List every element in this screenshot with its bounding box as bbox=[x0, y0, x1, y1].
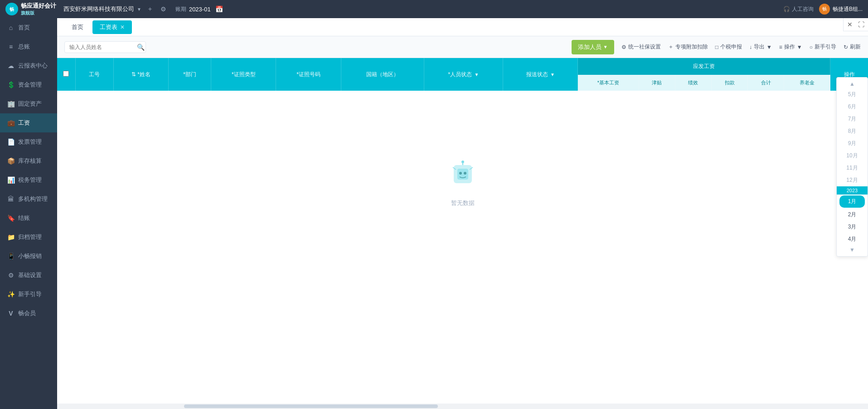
sidebar-item-home[interactable]: ⌂ 首页 bbox=[0, 18, 57, 37]
date-item-6[interactable]: 6月 bbox=[837, 101, 868, 113]
th-checkbox[interactable] bbox=[57, 58, 75, 91]
date-item-7[interactable]: 7月 bbox=[837, 113, 868, 125]
table-header-top: 工号 ⇅ *姓名 *部门 *证照类型 *证照号码 国籍（地区） *人员状态 ▼ … bbox=[57, 58, 868, 75]
social-insurance-btn[interactable]: ⚙ 统一社保设置 bbox=[621, 43, 661, 51]
th-base-salary: *基本工资 bbox=[578, 75, 639, 91]
add-person-btn[interactable]: 添加人员 ▼ bbox=[572, 40, 614, 54]
svg-point-5 bbox=[464, 172, 466, 175]
date-down-btn[interactable]: ▼ bbox=[837, 245, 868, 254]
assets-icon: 🏢 bbox=[7, 100, 15, 107]
company-name: 西安虾米网络科技有限公司 bbox=[63, 5, 134, 13]
sidebar-label-member: 畅会员 bbox=[18, 309, 36, 317]
sidebar-item-assets[interactable]: 🏢 固定资产 bbox=[0, 94, 57, 113]
tab-home-label: 首页 bbox=[72, 24, 83, 30]
panel-controls: ✕ ⛶ bbox=[843, 18, 868, 31]
guide-btn[interactable]: ○ 新手引导 bbox=[810, 43, 836, 51]
sidebar-label-expense: 小畅报销 bbox=[18, 252, 42, 260]
home-icon: ⌂ bbox=[7, 24, 15, 31]
top-bar: 畅 畅应通好会计 旗舰版 西安虾米网络科技有限公司 ▼ ＋ ⚙ 账期 2023-… bbox=[0, 0, 868, 18]
tab-salary[interactable]: 工资表 ✕ bbox=[92, 20, 132, 34]
sidebar-item-multi-org[interactable]: 🏛 多机构管理 bbox=[0, 190, 57, 209]
sidebar-item-archive[interactable]: 📁 归档管理 bbox=[0, 228, 57, 247]
main-area: ⌂ 首页 ≡ 总账 ☁ 云报表中心 💲 资金管理 🏢 固定资产 💼 工资 bbox=[0, 18, 868, 409]
guide-toolbar-label: 新手引导 bbox=[815, 43, 836, 51]
ledger-icon: ≡ bbox=[7, 43, 15, 50]
service-btn[interactable]: 🎧 人工咨询 bbox=[783, 5, 814, 13]
search-icon[interactable]: 🔍 bbox=[137, 44, 145, 51]
export-icon: ↓ bbox=[749, 44, 752, 50]
date-item-12[interactable]: 12月 bbox=[837, 174, 868, 186]
close-account-icon: 🔖 bbox=[7, 214, 15, 222]
sidebar-label-salary: 工资 bbox=[18, 119, 30, 127]
search-input[interactable] bbox=[64, 41, 146, 53]
social-insurance-icon: ⚙ bbox=[621, 44, 626, 50]
sidebar-item-member[interactable]: V 畅会员 bbox=[0, 304, 57, 323]
add-company-btn[interactable]: ＋ bbox=[145, 4, 155, 14]
empty-text: 暂无数据 bbox=[451, 199, 475, 207]
sidebar-item-close-account[interactable]: 🔖 结账 bbox=[0, 209, 57, 228]
date-item-4[interactable]: 4月 bbox=[837, 233, 868, 245]
th-nation: 国籍（地区） bbox=[341, 58, 424, 91]
operation-label: 操作 bbox=[784, 43, 795, 51]
company-selector[interactable]: 西安虾米网络科技有限公司 ▼ bbox=[63, 5, 141, 13]
tax-report-btn[interactable]: □ 个税申报 bbox=[715, 43, 742, 51]
sidebar-item-expense[interactable]: 📱 小畅报销 bbox=[0, 247, 57, 266]
calendar-icon[interactable]: 📅 bbox=[213, 5, 225, 14]
sidebar-item-cloud[interactable]: ☁ 云报表中心 bbox=[0, 56, 57, 75]
export-btn[interactable]: ↓ 导出 ▼ bbox=[749, 43, 772, 51]
settings-btn[interactable]: ⚙ bbox=[159, 5, 168, 14]
refresh-btn[interactable]: ↻ 刷新 bbox=[844, 43, 861, 51]
date-item-10[interactable]: 10月 bbox=[837, 150, 868, 162]
sidebar-label-inventory: 库存核算 bbox=[18, 157, 42, 165]
add-btn-arrow-icon: ▼ bbox=[603, 44, 608, 49]
panel-close-btn[interactable]: ✕ bbox=[845, 20, 854, 29]
sidebar-label-invoice: 发票管理 bbox=[18, 138, 42, 146]
sidebar-item-fund[interactable]: 💲 资金管理 bbox=[0, 75, 57, 94]
sidebar-item-inventory[interactable]: 📦 库存核算 bbox=[0, 151, 57, 170]
svg-point-4 bbox=[459, 172, 462, 175]
date-item-2[interactable]: 2月 bbox=[837, 209, 868, 221]
date-item-1-active[interactable]: 1月 bbox=[839, 195, 865, 208]
table-container: 工号 ⇅ *姓名 *部门 *证照类型 *证照号码 国籍（地区） *人员状态 ▼ … bbox=[57, 58, 868, 404]
operation-btn[interactable]: ≡ 操作 ▼ bbox=[779, 43, 802, 51]
tab-home[interactable]: 首页 bbox=[64, 20, 91, 34]
expense-icon: 📱 bbox=[7, 253, 15, 260]
sidebar-item-invoice[interactable]: 📄 发票管理 bbox=[0, 132, 57, 151]
date-up-btn[interactable]: ▲ bbox=[837, 79, 868, 88]
logo: 畅 畅应通好会计 旗舰版 bbox=[5, 2, 56, 16]
sidebar-item-settings[interactable]: ⚙ 基础设置 bbox=[0, 266, 57, 285]
tab-close-btn[interactable]: ✕ bbox=[120, 24, 125, 30]
scroll-hint bbox=[57, 404, 868, 409]
empty-illustration bbox=[445, 156, 481, 194]
logo-icon: 畅 bbox=[5, 3, 18, 15]
user-avatar: 畅 bbox=[819, 4, 830, 15]
date-item-8[interactable]: 8月 bbox=[837, 125, 868, 137]
date-panel: ▲ 5月 6月 7月 8月 9月 10月 11月 12月 2023 1月 2月 … bbox=[836, 77, 868, 257]
date-item-5[interactable]: 5月 bbox=[837, 88, 868, 101]
special-deduction-btn[interactable]: ＋ 专项附加扣除 bbox=[668, 43, 708, 51]
date-item-3[interactable]: 3月 bbox=[837, 221, 868, 233]
panel-maximize-btn[interactable]: ⛶ bbox=[856, 20, 866, 29]
sidebar: ⌂ 首页 ≡ 总账 ☁ 云报表中心 💲 资金管理 🏢 固定资产 💼 工资 bbox=[0, 18, 57, 409]
report-status-filter-icon[interactable]: ▼ bbox=[550, 72, 555, 77]
tabs-bar: 首页 工资表 ✕ bbox=[57, 18, 868, 36]
sidebar-item-ledger[interactable]: ≡ 总账 bbox=[0, 37, 57, 56]
archive-icon: 📁 bbox=[7, 234, 15, 241]
add-person-label: 添加人员 bbox=[578, 43, 601, 51]
company-dropdown-icon[interactable]: ▼ bbox=[137, 7, 141, 12]
date-item-11[interactable]: 11月 bbox=[837, 162, 868, 174]
select-all-checkbox[interactable] bbox=[63, 71, 69, 77]
logo-text-block: 畅应通好会计 旗舰版 bbox=[21, 2, 56, 16]
sidebar-item-guide[interactable]: ✨ 新手引导 bbox=[0, 285, 57, 304]
scroll-thumb[interactable] bbox=[184, 404, 438, 408]
user-info[interactable]: 畅 畅捷通B组... bbox=[819, 4, 863, 15]
date-item-9[interactable]: 9月 bbox=[837, 137, 868, 150]
sidebar-item-tax[interactable]: 📊 税务管理 bbox=[0, 170, 57, 190]
th-deduction: 扣款 bbox=[711, 75, 747, 91]
topbar-right: 🎧 人工咨询 畅 畅捷通B组... bbox=[783, 4, 863, 15]
social-insurance-label: 统一社保设置 bbox=[628, 43, 661, 51]
th-cert-no: *证照号码 bbox=[276, 58, 341, 91]
sidebar-label-cloud: 云报表中心 bbox=[18, 62, 48, 70]
person-status-filter-icon[interactable]: ▼ bbox=[475, 72, 479, 77]
sidebar-item-salary[interactable]: 💼 工资 bbox=[0, 113, 57, 132]
